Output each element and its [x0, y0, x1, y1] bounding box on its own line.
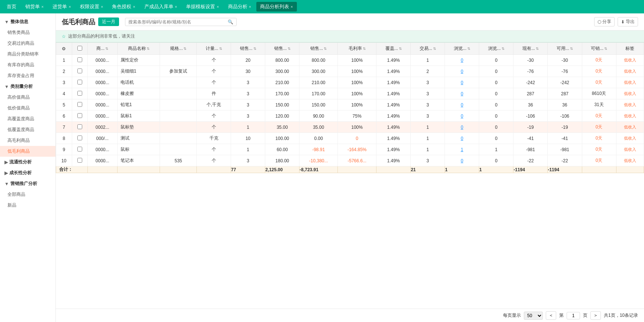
- sidebar-group-growth[interactable]: ▶ 成长性分析: [0, 168, 55, 178]
- row-name[interactable]: 橡皮擦: [117, 88, 160, 99]
- col-sales-amount[interactable]: 销售...⇅: [299, 43, 338, 55]
- sidebar-item-high-coverage[interactable]: 高覆盖度商品: [0, 114, 55, 124]
- row-name[interactable]: 吴细细1: [117, 66, 160, 77]
- sidebar-item-new-goods[interactable]: 新品: [0, 200, 55, 211]
- export-button[interactable]: ⬇ 导出: [618, 17, 638, 26]
- row-select-checkbox[interactable]: [77, 124, 82, 129]
- nav-goods-analysis-list[interactable]: 商品分析列表×: [256, 2, 297, 12]
- row-checkbox[interactable]: [72, 122, 87, 133]
- col-transactions[interactable]: 交易...⇅: [411, 43, 445, 55]
- sidebar-item-high-margin[interactable]: 高毛利商品: [0, 135, 55, 146]
- sidebar-item-traded-goods[interactable]: 交易过的商品: [0, 38, 55, 49]
- nav-sales[interactable]: 销货单×: [22, 2, 47, 12]
- row-checkbox[interactable]: [72, 133, 87, 144]
- page-input[interactable]: [567, 312, 580, 319]
- sidebar-group-marketing[interactable]: ▼ 营销推广分析: [0, 178, 55, 189]
- next-page-button[interactable]: ＞: [590, 311, 601, 320]
- row-select-checkbox[interactable]: [77, 68, 82, 73]
- col-gross-margin[interactable]: 毛利率⇅: [338, 43, 377, 55]
- row-checkbox[interactable]: [72, 99, 87, 111]
- row-select-checkbox[interactable]: [77, 113, 82, 118]
- nav-home[interactable]: 首页: [3, 2, 20, 12]
- close-product-in-tab[interactable]: ×: [175, 4, 177, 9]
- row-name[interactable]: 测试: [117, 133, 160, 144]
- col-sales-price[interactable]: 销售...⇅: [265, 43, 299, 55]
- row-name[interactable]: 铅笔1: [117, 99, 160, 111]
- sidebar-item-in-stock[interactable]: 有库存的商品: [0, 60, 55, 70]
- per-page-select[interactable]: 50 20 100: [524, 312, 543, 320]
- sidebar-group-category[interactable]: ▼ 类别量分析: [0, 81, 55, 92]
- row-views1[interactable]: 0: [445, 66, 479, 77]
- sidebar-group-overall[interactable]: ▼ 整体信息: [0, 16, 55, 27]
- close-sales-tab[interactable]: ×: [41, 4, 44, 9]
- row-name[interactable]: 鼠标: [117, 144, 160, 155]
- select-all-checkbox[interactable]: [77, 46, 82, 51]
- row-views1[interactable]: 0: [445, 77, 479, 88]
- sidebar-item-category-rate[interactable]: 商品分类助销率: [0, 49, 55, 60]
- search-box[interactable]: 🔍: [125, 18, 237, 26]
- col-views2[interactable]: 浏览...⇅: [479, 43, 513, 55]
- row-name[interactable]: 电话机: [117, 77, 160, 88]
- row-views1[interactable]: 0: [445, 155, 479, 166]
- nav-permission[interactable]: 权限设置×: [76, 2, 107, 12]
- row-name[interactable]: 属性定价: [117, 55, 160, 66]
- col-settings[interactable]: ⚙: [56, 43, 72, 55]
- col-unit[interactable]: 计量...⇅: [196, 43, 231, 55]
- share-button[interactable]: ⬡ 分享: [594, 17, 615, 26]
- row-select-checkbox[interactable]: [77, 91, 82, 96]
- nav-template[interactable]: 单据模板设置×: [182, 2, 222, 12]
- row-name[interactable]: 笔记本: [117, 155, 160, 166]
- col-name[interactable]: 商品名称⇅: [117, 43, 160, 55]
- row-checkbox[interactable]: [72, 55, 87, 66]
- col-sales-qty[interactable]: 销售...⇅: [231, 43, 265, 55]
- row-views1[interactable]: 0: [445, 122, 479, 133]
- sidebar-item-capital-usage[interactable]: 库存资金占用: [0, 70, 55, 81]
- row-views1[interactable]: 0: [445, 133, 479, 144]
- sidebar-item-low-coverage[interactable]: 低覆盖度商品: [0, 124, 55, 135]
- row-select-checkbox[interactable]: [77, 147, 82, 152]
- col-tag[interactable]: 标签: [616, 43, 644, 55]
- col-views1[interactable]: 浏览...⇅: [445, 43, 479, 55]
- col-code[interactable]: 商...⇅: [87, 43, 117, 55]
- row-views1[interactable]: 0: [445, 111, 479, 122]
- row-select-checkbox[interactable]: [77, 80, 82, 85]
- search-input[interactable]: [128, 19, 226, 25]
- row-name[interactable]: 鼠标垫: [117, 122, 160, 133]
- row-views1[interactable]: 0: [445, 99, 479, 111]
- row-views1[interactable]: 0: [445, 88, 479, 99]
- nav-role[interactable]: 角色授权×: [108, 2, 139, 12]
- nav-goods-analysis[interactable]: 商品分析×: [224, 2, 255, 12]
- nav-product-in[interactable]: 产成品入库单×: [141, 2, 181, 12]
- row-checkbox[interactable]: [72, 111, 87, 122]
- row-checkbox[interactable]: [72, 77, 87, 88]
- row-checkbox[interactable]: [72, 144, 87, 155]
- col-current-stock[interactable]: 现有...⇅: [513, 43, 548, 55]
- close-goods-analysis-tab[interactable]: ×: [249, 4, 251, 9]
- filter-recent-month-button[interactable]: 近一月: [98, 17, 119, 26]
- row-select-checkbox[interactable]: [77, 158, 82, 163]
- close-role-tab[interactable]: ×: [133, 4, 135, 9]
- col-saleable-days[interactable]: 可销...⇅: [582, 43, 616, 55]
- sidebar-item-all-goods[interactable]: 全部商品: [0, 189, 55, 200]
- row-select-checkbox[interactable]: [77, 102, 82, 107]
- row-checkbox[interactable]: [72, 88, 87, 99]
- row-checkbox[interactable]: [72, 155, 87, 166]
- prev-page-button[interactable]: ＜: [546, 311, 556, 320]
- row-checkbox[interactable]: [72, 66, 87, 77]
- row-name[interactable]: 鼠标1: [117, 111, 160, 122]
- sidebar-item-low-value[interactable]: 低价值商品: [0, 103, 55, 114]
- col-coverage[interactable]: 覆盖...⇅: [377, 43, 411, 55]
- nav-purchase[interactable]: 进货单×: [49, 2, 74, 12]
- sidebar-item-sales-goods[interactable]: 销售类商品: [0, 27, 55, 38]
- row-select-checkbox[interactable]: [77, 136, 82, 140]
- col-spec[interactable]: 规格...⇅: [160, 43, 197, 55]
- sidebar-item-high-value[interactable]: 高价值商品: [0, 92, 55, 103]
- row-select-checkbox[interactable]: [77, 57, 82, 62]
- row-views1[interactable]: 1: [445, 144, 479, 155]
- close-template-tab[interactable]: ×: [217, 4, 219, 9]
- col-available-stock[interactable]: 可用...⇅: [548, 43, 582, 55]
- close-permission-tab[interactable]: ×: [101, 4, 103, 9]
- sidebar-item-low-margin[interactable]: 低毛利商品: [0, 146, 55, 157]
- close-purchase-tab[interactable]: ×: [68, 4, 71, 9]
- sidebar-group-circulation[interactable]: ▶ 流通性分析: [0, 157, 55, 168]
